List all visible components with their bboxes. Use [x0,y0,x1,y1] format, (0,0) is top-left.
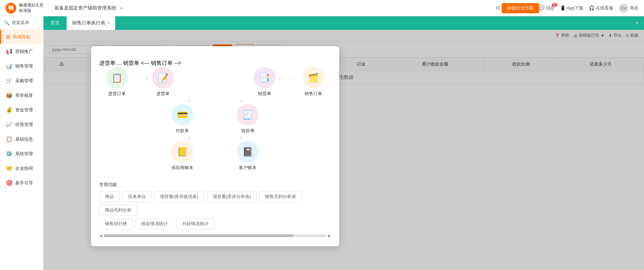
inventory-icon: 📦 [6,92,13,98]
sidebar-item-purchase[interactable]: 🛒 采购管理 [0,73,43,88]
flow-node-shoukuandan: 🧾 收款单 [237,104,259,134]
app-download-btn[interactable]: 📱 App下载 [560,5,584,11]
kehu-label: 客户账本 [239,165,257,171]
arrow-down-1: ↓ [188,97,191,104]
arrow-dashed-left-1: ⟵ - - - [278,76,300,81]
top-bar-right: 💬 消息 5 📱 App下载 🎧 在线客服 Ea 用友 [539,3,639,13]
logo-text: 畅康通好生意 标准版 [19,3,43,13]
flow-node-gongyingshang: 📒 供应商账本 [171,141,193,171]
xiaohuo-icon: 📑 [259,73,270,83]
tab-close-btn[interactable]: × [107,21,110,25]
popup-scrollbar: ◀ ▶ [99,233,331,238]
tab-bar: 首页 销售订单执行表 × × [43,16,644,30]
func-row-2: 销售排行榜 收款情况统计 付款情况统计 [99,218,331,229]
logo-area: 畅 畅康通好生意 标准版 [5,3,49,14]
sidebar-item-quicknav[interactable]: ⊞ 快捷导航 [0,30,43,44]
user-menu[interactable]: Ea 用友 [619,3,639,13]
shoukuandan-label: 收款单 [241,128,255,134]
gongyingshang-label: 供应商账本 [171,165,193,171]
sidebar-item-sales[interactable]: 📊 销售管理 [0,59,43,73]
xiaoshoudingdan-label: 销售订单 [304,91,322,97]
kehu-icon: 📓 [242,147,253,157]
basic-info-icon: 📋 [6,136,13,142]
sidebar-item-inventory[interactable]: 📦 库存核算 [0,88,43,103]
system-icon: ⚙️ [6,150,13,157]
flow-node-xiaoshoudingdan: 🗂️ 销售订单 [302,67,324,97]
collab-icon: 🤝 [6,165,13,172]
arrow-down-4: ↓ [240,134,243,141]
jinhuodingdan-icon: 📋 [111,73,122,83]
gongyingshang-icon: 📒 [177,147,188,157]
scroll-right-btn[interactable]: ▶ [328,233,331,238]
sidebar-item-marketing[interactable]: 📢 营销推广 [0,44,43,59]
scrollbar-thumb [104,234,293,237]
top-bar: 畅 畅康通好生意 标准版 装备及固定资产辅助管理系统 ▼ ⚙ 体验行业方案 💬 … [0,0,644,16]
arrow-down-3: ↓ [188,134,191,141]
sidebar: 🔍 搜索菜单 ⊞ 快捷导航 📢 营销推广 📊 销售管理 🛒 采购管理 📦 库存核… [0,16,43,270]
trial-btn[interactable]: 体验行业方案 [502,3,539,13]
marketing-icon: 📢 [6,48,13,55]
sidebar-item-system[interactable]: ⚙️ 系统管理 [0,146,43,161]
func-btn-product[interactable]: 商品 [99,191,120,202]
sidebar-item-collab[interactable]: 🤝 企业协同 [0,161,43,176]
sidebar-item-finance[interactable]: 💰 资金管理 [0,103,43,117]
func-btn-receipt-stats[interactable]: 收款情况统计 [136,218,174,229]
flow-node-jinhuodingdan: 📋 进货订单 [106,67,128,97]
guide-icon: 🎯 [6,180,13,186]
func-btn-payment-stats[interactable]: 付款情况统计 [176,218,214,229]
flow-node-kehu: 📓 客户账本 [237,141,259,171]
sidebar-item-basic-info[interactable]: 📋 基础信息 [0,132,43,146]
main-content: 首页 销售订单执行表 × × ❓ 帮助 🖨 按模板打印 ▼ [43,16,644,270]
sidebar-item-guide[interactable]: 🎯 新手引导 [0,176,43,190]
logo-icon: 畅 [5,3,16,14]
flow-node-fukuandan: 💳 付款单 [172,104,193,134]
search-icon: 🔍 [4,20,10,25]
purchase-icon: 🛒 [6,77,13,84]
flow-popup: 进货单 ... 销货单 <--- 销售订单 --> 📋 进货订单 [91,46,339,246]
scroll-left-btn[interactable]: ◀ [99,233,102,238]
jinhuodan-icon: 📝 [158,73,169,83]
tab-sales-exec[interactable]: 销售订单执行表 × [67,16,115,30]
sidebar-item-operations[interactable]: 📈 经营管理 [0,117,43,132]
tab-home[interactable]: 首页 [43,16,67,30]
overlay: 进货单 ... 销货单 <--- 销售订单 --> 📋 进货订单 [43,30,644,270]
scrollbar-track[interactable] [104,234,327,237]
func-btn-inventory-dist[interactable]: 现存量(库存分布表) [207,191,257,202]
message-icon: 💬 [539,5,544,11]
message-btn[interactable]: 💬 消息 5 [539,5,555,11]
online-service-btn[interactable]: 🎧 在线客服 [589,5,613,11]
fukuandan-icon: 💳 [177,110,188,120]
func-btn-sales-rank[interactable]: 销售排行榜 [99,218,133,229]
xiaoshoudingdan-icon: 🗂️ [308,73,319,83]
flow-node-xiaohuo: 📑 销货单 [254,67,275,97]
headset-icon: 🎧 [589,5,594,11]
func-btn-inventory-status[interactable]: 现存量(库存状况表) [154,191,204,202]
message-badge: 5 [552,3,557,7]
search-menu-btn[interactable]: 🔍 搜索菜单 [0,16,43,30]
common-functions: 常用功能 商品 往来单位 现存量(库存状况表) 现存量(库存分布表) 销售毛利分… [99,182,331,229]
quicknav-icon: ⊞ [6,34,10,40]
func-row-1: 商品 往来单位 现存量(库存状况表) 现存量(库存分布表) 销售毛利分析表 商品… [99,191,331,216]
arrow-down-2: ↓ [240,97,243,104]
operations-icon: 📈 [6,121,13,128]
fukuandan-label: 付款单 [176,128,189,134]
jinhuodan-label: 进货单 [156,91,170,97]
content-area: ❓ 帮助 🖨 按模板打印 ▼ ⬆ 导出 ↻ 刷新 [43,30,644,270]
avatar: Ea [619,3,628,13]
gear-icon[interactable]: ⚙ [495,5,500,11]
jinhuodingdan-label: 进货订单 [108,91,126,97]
arrow-dashed-right-1: - - - ➜ [130,76,150,81]
main-layout: 🔍 搜索菜单 ⊞ 快捷导航 📢 营销推广 📊 销售管理 🛒 采购管理 📦 库存核… [0,16,644,270]
shoukuandan-icon: 🧾 [242,110,253,120]
tab-close-all-btn[interactable]: × [630,20,644,26]
flow-node-jinhuodan: 📝 进货单 [152,67,174,97]
func-btn-product-profit[interactable]: 商品毛利分析 [99,205,137,216]
flow-container: 进货单 ... 销货单 <--- 销售订单 --> 📋 进货订单 [99,54,331,179]
func-btn-sales-profit[interactable]: 销售毛利分析表 [259,191,302,202]
common-func-title: 常用功能 [99,182,331,188]
download-icon: 📱 [560,5,565,11]
dropdown-arrow-icon[interactable]: ▼ [120,6,123,10]
sales-icon: 📊 [6,63,13,69]
func-btn-contacts[interactable]: 往来单位 [122,191,152,202]
app-title: 装备及固定资产辅助管理系统 ▼ [49,5,494,11]
